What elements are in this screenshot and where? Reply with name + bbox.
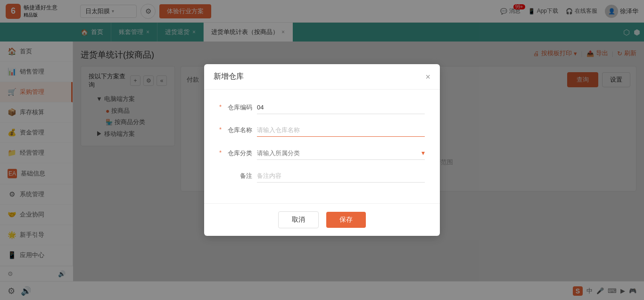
note-input[interactable] (257, 169, 425, 183)
modal-body: 仓库编码 仓库名称 仓库分类 ▾ 备注 (204, 90, 440, 203)
modal-title: 新增仓库 (214, 72, 244, 82)
code-input[interactable] (257, 101, 425, 114)
modal-header: 新增仓库 × (204, 64, 440, 90)
form-item-category: 仓库分类 ▾ (219, 146, 425, 160)
category-input[interactable] (257, 150, 421, 157)
form-item-note: 备注 (219, 169, 425, 183)
category-arrow-icon: ▾ (421, 149, 425, 157)
category-select[interactable]: ▾ (257, 146, 425, 160)
form-item-code: 仓库编码 (219, 101, 425, 114)
form-item-name: 仓库名称 (219, 124, 425, 137)
cancel-button[interactable]: 取消 (278, 211, 319, 228)
modal-overlay: 新增仓库 × 仓库编码 仓库名称 仓库分类 ▾ (0, 0, 644, 300)
modal-close-icon[interactable]: × (425, 73, 430, 81)
note-label: 备注 (219, 172, 257, 180)
name-label: 仓库名称 (219, 126, 257, 134)
save-button[interactable]: 保存 (326, 212, 366, 228)
code-label: 仓库编码 (219, 103, 257, 112)
add-warehouse-modal: 新增仓库 × 仓库编码 仓库名称 仓库分类 ▾ (204, 64, 440, 236)
category-label: 仓库分类 (219, 149, 257, 158)
name-input[interactable] (257, 124, 425, 137)
modal-footer: 取消 保存 (204, 203, 440, 236)
